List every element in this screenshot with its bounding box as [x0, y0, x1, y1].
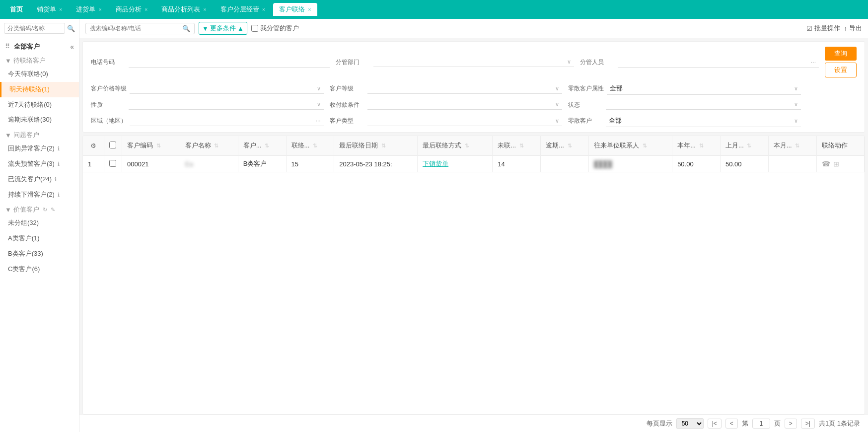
sidebar-section-title-label: ⠿ 全部客户: [5, 42, 40, 51]
th-gear: ⚙: [83, 136, 104, 155]
page-label: 第: [742, 419, 748, 428]
sort-icon-overdue[interactable]: ⇅: [568, 143, 572, 148]
gear-settings-icon[interactable]: ⚙: [88, 140, 99, 151]
sort-icon-lastmonth[interactable]: ⇅: [747, 143, 751, 148]
th-last-method: 最后联络方式 ⇅: [418, 136, 493, 155]
phone-action-icon[interactable]: ☎: [822, 160, 830, 168]
row-customer-type: B类客户: [238, 155, 286, 172]
customer-level-arrow: ∨: [555, 85, 559, 92]
sidebar-collapse-btn[interactable]: «: [70, 43, 74, 51]
sidebar-item-churned[interactable]: 已流失客户(24) ℹ: [0, 172, 79, 187]
close-tab-analysis-list[interactable]: ×: [203, 6, 206, 12]
sort-icon-type[interactable]: ⇅: [265, 143, 269, 148]
last-method-link[interactable]: 下销货单: [423, 160, 448, 167]
region-more-btn[interactable]: ···: [316, 117, 321, 124]
per-page-select[interactable]: 50 100 200: [676, 418, 704, 429]
close-tab-customer-ops[interactable]: ×: [262, 6, 265, 12]
sort-icon-uncontacted[interactable]: ⇅: [519, 143, 524, 148]
more-conditions-btn[interactable]: ▼ 更多条件 ▲: [199, 22, 247, 35]
close-tab-analysis[interactable]: ×: [145, 6, 147, 12]
filter-nature-select[interactable]: ∨: [129, 100, 324, 110]
nav-tab-sales[interactable]: 销货单 ×: [31, 3, 68, 16]
th-last-month: 上月... ⇅: [720, 136, 768, 155]
next-page-btn[interactable]: >: [785, 419, 797, 429]
my-customers-checkbox[interactable]: [251, 25, 258, 32]
sidebar-item-overdue[interactable]: 逾期未联络(30): [0, 112, 79, 128]
sidebar: 🔍 ⠿ 全部客户 « ▼ 待联络客户 今天待联络(0) 明天待联络(1) 近7天…: [0, 19, 79, 432]
sidebar-item-declining[interactable]: 持续下滑客户(2) ℹ: [0, 187, 79, 203]
sort-icon-year[interactable]: ⇅: [699, 143, 704, 148]
all-customers-section: ⠿ 全部客户 «: [0, 38, 79, 53]
sidebar-item-ungrouped[interactable]: 未分组(32): [0, 216, 79, 231]
filter-customer-type-select[interactable]: ∨: [367, 116, 563, 126]
sidebar-item-abnormal[interactable]: 回购异常客户(2) ℹ: [0, 141, 79, 156]
filter-price-level-select[interactable]: ∨: [130, 84, 324, 94]
filter-region-select[interactable]: ···: [130, 116, 324, 126]
page-number-input[interactable]: [752, 419, 770, 429]
manager-more-btn[interactable]: ···: [811, 59, 816, 66]
sort-icon-person[interactable]: ⇅: [643, 143, 647, 148]
query-button[interactable]: 查询: [825, 47, 857, 61]
scatter-attr-arrow: ∨: [794, 85, 798, 92]
filter-customer-level-select[interactable]: ∨: [367, 84, 563, 94]
filter-scatter-attr-label: 零散客户属性: [568, 84, 604, 93]
filter-payment-select[interactable]: ∨: [367, 100, 563, 110]
sidebar-item-class-a[interactable]: A类客户(1): [0, 231, 79, 246]
th-this-month: 本月... ⇅: [768, 136, 816, 155]
sidebar-item-class-c[interactable]: C类客户(6): [0, 262, 79, 277]
info-icon-abnormal: ℹ: [58, 145, 60, 151]
sidebar-search-icon[interactable]: 🔍: [67, 25, 75, 32]
filter-row-3: 性质 ∨ 收付款条件 ∨ 状态: [91, 100, 857, 110]
last-page-btn[interactable]: >|: [801, 419, 815, 429]
filter-icon: ▼: [202, 25, 209, 32]
set-button[interactable]: 设置: [825, 63, 857, 77]
row-select-checkbox[interactable]: [109, 160, 116, 167]
export-btn[interactable]: ↑ 导出: [844, 24, 863, 33]
filter-scatter-attr-select[interactable]: 全部 ∨: [607, 82, 801, 95]
sidebar-item-churn-warning[interactable]: 流失预警客户(3) ℹ: [0, 156, 79, 172]
sort-icon-date[interactable]: ⇅: [381, 143, 386, 148]
filter-phone-input[interactable]: [129, 57, 330, 68]
first-page-btn[interactable]: |<: [708, 419, 722, 429]
toolbar-search-icon[interactable]: 🔍: [182, 25, 190, 32]
nav-tab-analysis[interactable]: 商品分析 ×: [110, 3, 153, 16]
grid-action-icon[interactable]: ⊞: [833, 160, 839, 168]
filter-status-select[interactable]: ∨: [606, 100, 801, 110]
filter-dept-select[interactable]: ∨: [373, 57, 575, 67]
sidebar-item-7days[interactable]: 近7天待联络(0): [0, 97, 79, 113]
sort-icon-count[interactable]: ⇅: [313, 143, 317, 148]
sort-icon-thismonth[interactable]: ⇅: [795, 143, 799, 148]
nav-tab-customer-ops[interactable]: 客户分层经营 ×: [215, 3, 271, 16]
close-tab-purchase[interactable]: ×: [98, 6, 101, 12]
sidebar-item-tomorrow[interactable]: 明天待联络(1): [0, 82, 79, 97]
sidebar-item-today[interactable]: 今天待联络(0): [0, 67, 79, 82]
filter-status-label: 状态: [568, 101, 603, 109]
my-customers-checkbox-label[interactable]: 我分管的客户: [251, 24, 299, 33]
nav-tab-analysis-list[interactable]: 商品分析列表 ×: [155, 3, 212, 16]
batch-ops-btn[interactable]: ☑ 批量操作: [806, 24, 840, 33]
sort-icon-method[interactable]: ⇅: [465, 143, 469, 148]
filter-scatter-select[interactable]: 全部 ∨: [606, 115, 801, 127]
sidebar-item-class-b[interactable]: B类客户(33): [0, 246, 79, 262]
row-checkbox: [104, 155, 122, 172]
edit-icon[interactable]: ✎: [51, 207, 55, 213]
sidebar-search-input[interactable]: [4, 23, 65, 34]
group-triangle-problem: ▼: [5, 132, 11, 139]
nav-tab-customer-contact[interactable]: 客户联络 ×: [273, 3, 317, 16]
sort-icon-name[interactable]: ⇅: [214, 143, 218, 148]
contact-person-blurred: ████: [594, 160, 612, 168]
close-tab-sales[interactable]: ×: [59, 6, 62, 12]
nav-tab-purchase[interactable]: 进货单 ×: [70, 3, 107, 16]
close-tab-customer-contact[interactable]: ×: [308, 6, 311, 12]
row-actions: ☎ ⊞: [816, 155, 864, 172]
sort-icon-code[interactable]: ⇅: [156, 143, 161, 148]
price-level-arrow: ∨: [317, 85, 321, 92]
refresh-icon[interactable]: ↻: [43, 207, 47, 213]
select-all-checkbox[interactable]: [109, 142, 116, 148]
prev-page-btn[interactable]: <: [725, 419, 738, 429]
nav-home[interactable]: 首页: [4, 3, 29, 16]
toolbar-search-input[interactable]: [90, 25, 182, 32]
chevron-up-icon: ▲: [237, 25, 244, 32]
nature-arrow: ∨: [317, 101, 321, 108]
filter-manager-select[interactable]: ···: [618, 57, 819, 68]
